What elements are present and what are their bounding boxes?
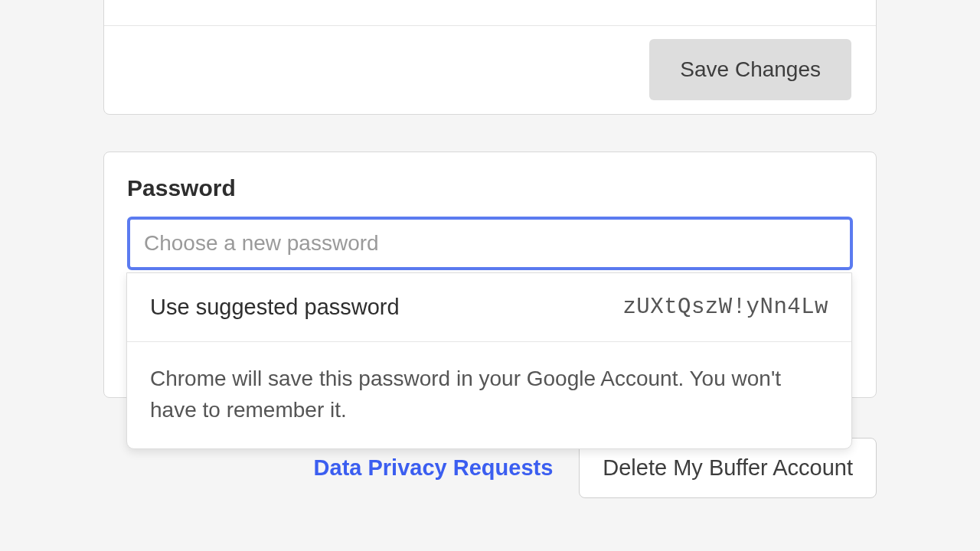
suggestion-hint-text: Chrome will save this password in your G… — [127, 342, 851, 448]
password-heading: Password — [127, 175, 853, 201]
password-input[interactable] — [127, 217, 853, 270]
suggested-password-value: zUXtQszW!yNn4Lw — [622, 295, 828, 320]
save-changes-button[interactable]: Save Changes — [649, 39, 851, 100]
password-suggestion-dropdown: Use suggested password zUXtQszW!yNn4Lw C… — [126, 272, 852, 449]
divider — [104, 25, 876, 26]
data-privacy-link[interactable]: Data Privacy Requests — [314, 455, 554, 481]
use-suggested-password-option[interactable]: Use suggested password zUXtQszW!yNn4Lw — [127, 273, 851, 341]
settings-card-upper: Save Changes — [103, 0, 877, 115]
suggestion-label: Use suggested password — [150, 295, 400, 320]
